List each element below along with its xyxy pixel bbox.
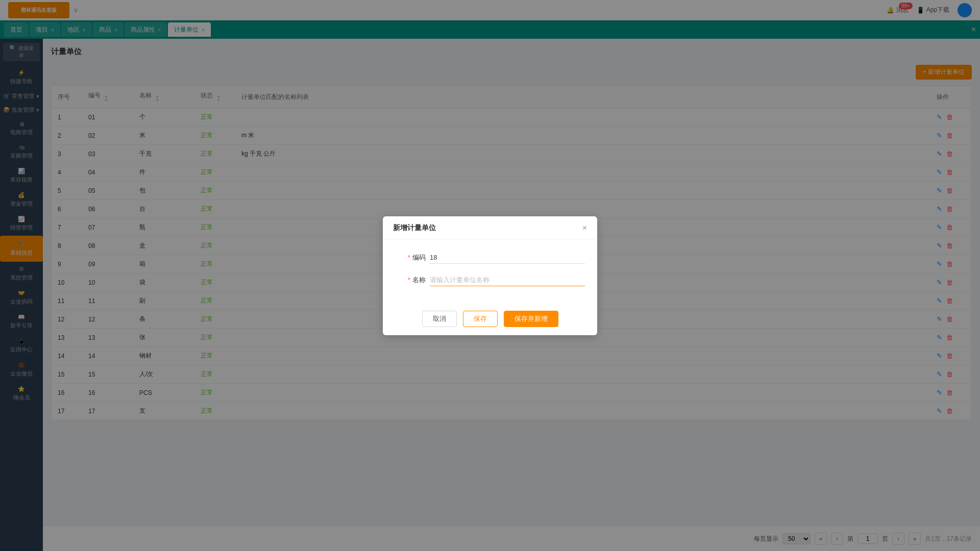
name-input[interactable]	[430, 274, 585, 286]
save-new-button[interactable]: 保存并新增	[504, 311, 558, 327]
modal-header: 新增计量单位 ×	[383, 216, 597, 239]
name-label: 名称	[395, 276, 426, 285]
code-label: 编码	[395, 253, 426, 262]
add-unit-modal: 新增计量单位 × 编码 名称 取消 保存 保存并新增	[383, 216, 597, 335]
form-row-code: 编码	[395, 252, 585, 264]
code-input[interactable]	[430, 252, 585, 264]
modal-overlay[interactable]: 新增计量单位 × 编码 名称 取消 保存 保存并新增	[0, 0, 980, 551]
form-row-name: 名称	[395, 274, 585, 286]
modal-title: 新增计量单位	[393, 223, 436, 233]
modal-footer: 取消 保存 保存并新增	[383, 305, 597, 335]
modal-body: 编码 名称	[383, 239, 597, 305]
cancel-button[interactable]: 取消	[422, 311, 457, 327]
save-button[interactable]: 保存	[463, 311, 498, 327]
modal-close-button[interactable]: ×	[582, 224, 587, 232]
